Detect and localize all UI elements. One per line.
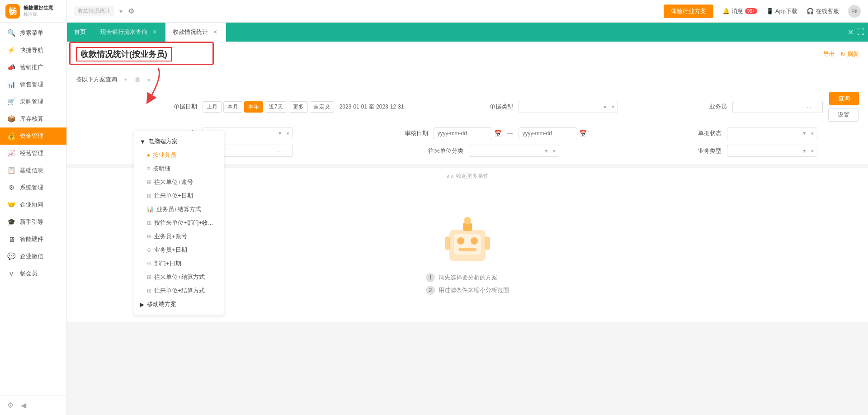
date-opt-last-7-days[interactable]: 近7天 — [265, 101, 287, 113]
sidebar-item-label: 基础信息 — [20, 166, 43, 174]
sidebar-item-guide[interactable]: 🎓 新手引导 — [0, 213, 66, 231]
sidebar-item-sales[interactable]: 📊 销售管理 — [0, 76, 66, 93]
date-opt-last-month[interactable]: 上月 — [203, 101, 222, 113]
sidebar: 畅 畅捷通好生意 标准版 🔍 搜索菜单 ⚡ 快捷导航 📣 营销推广 📊 销售管理… — [0, 0, 67, 415]
audit-date-to-input[interactable] — [519, 127, 577, 139]
sidebar-item-finance[interactable]: 💰 资金管理 — [0, 127, 66, 145]
refresh-button[interactable]: ↻ 刷新 — [840, 50, 859, 58]
partner-category-dropdown-icon: ▾ — [545, 147, 548, 154]
tab-collection-stat-close-icon[interactable]: ✕ — [212, 28, 219, 36]
scheme-settings-icon[interactable]: ⚙ — [132, 75, 142, 85]
svg-rect-1 — [454, 234, 481, 255]
date-opt-this-year[interactable]: 本年 — [244, 101, 263, 113]
date-opt-custom[interactable]: 自定义 — [310, 101, 334, 113]
notification-action[interactable]: 🔔 消息 99+ — [722, 7, 757, 15]
sidebar-item-label: 库存核算 — [20, 115, 43, 123]
trial-industry-button[interactable]: 体验行业方案 — [664, 5, 713, 18]
biz-type-select[interactable]: ▾ — [727, 145, 817, 157]
tab-close-all-icon[interactable]: ✕ — [848, 28, 854, 37]
filter-settings-button[interactable]: 设置 — [828, 108, 859, 122]
sidebar-item-wechat-biz[interactable]: 💬 企业微信 — [0, 248, 66, 265]
partner-more-icon[interactable]: ··· — [277, 147, 282, 154]
audit-date-from-input[interactable] — [434, 127, 492, 139]
scheme-item-salesperson-date[interactable]: ⊙ 业务员+日期 — [134, 243, 224, 257]
notification-label: 消息 — [731, 7, 743, 15]
audit-date-from-calendar-icon[interactable]: 📅 — [494, 130, 502, 137]
logo-icon: 畅 — [5, 4, 20, 19]
user-avatar[interactable]: Rit — [848, 5, 861, 18]
scheme-group-mobile-header[interactable]: ▶ 移动端方案 — [134, 297, 224, 311]
sidebar-item-label: 智能硬件 — [20, 235, 43, 243]
sidebar-item-inventory[interactable]: 📦 库存核算 — [0, 110, 66, 127]
audit-date-to-calendar-icon[interactable]: 📅 — [579, 130, 587, 137]
sidebar-item-label: 快捷导航 — [20, 46, 43, 54]
empty-hint-1: 1 请先选择要分析的方案 — [426, 273, 509, 282]
scheme-item-salesperson-account[interactable]: ⊞ 业务员+账号 — [134, 230, 224, 243]
sidebar-item-enterprise[interactable]: 🤝 企业协同 — [0, 196, 66, 213]
breadcrumb-dropdown-icon[interactable]: ▾ — [119, 8, 123, 15]
salesperson-date-icon: ⊙ — [147, 247, 151, 253]
tab-collection-stat-label: 收款情况统计 — [173, 28, 208, 36]
sidebar-item-label: 新手引导 — [20, 218, 43, 226]
scheme-item-salesperson-settle[interactable]: 📊 业务员+结算方式 — [134, 203, 224, 216]
bill-type-select[interactable]: ▾ — [519, 101, 618, 113]
sidebar-item-label: 搜索菜单 — [20, 29, 43, 37]
sidebar-item-marketing[interactable]: 📣 营销推广 — [0, 59, 66, 76]
filter-rows-container: 单据日期 上月 本月 本年 近7天 更多 自定义 2023-01-01 至 — [170, 92, 859, 157]
tab-bank-flow-close-icon[interactable]: ✕ — [151, 28, 158, 36]
salesperson-more-icon[interactable]: ··· — [807, 104, 811, 110]
online-service-action[interactable]: 🎧 在线客服 — [807, 7, 839, 15]
export-button[interactable]: ↑ 导出 — [819, 50, 835, 58]
sidebar-item-member[interactable]: V 畅会员 — [0, 265, 66, 282]
scheme-panel: ▼ 电脑端方案 ● 按业务员 ≡ 按明细 ⊞ 往来单位+账号 — [134, 131, 224, 315]
svg-rect-4 — [458, 248, 476, 251]
sidebar-item-base-info[interactable]: 📋 基础信息 — [0, 162, 66, 179]
sidebar-item-smart-hw[interactable]: 🖥 智能硬件 — [0, 231, 66, 248]
scheme-item-by-salesperson[interactable]: ● 按业务员 — [134, 148, 224, 162]
partner-settle2-icon: ⊞ — [147, 288, 151, 294]
date-opt-more[interactable]: 更多 — [289, 101, 308, 113]
partner-account-icon: ⊞ — [147, 179, 151, 185]
scheme-item-by-partner-dept[interactable]: ⊞ 按往来单位+部门+收... — [134, 216, 224, 230]
settings-bottom-icon[interactable]: ⚙ — [7, 401, 14, 410]
header-settings-icon[interactable]: ⚙ — [128, 7, 134, 15]
tab-home-label: 首页 — [74, 28, 86, 36]
tab-collection-stat[interactable]: 收款情况统计 ✕ — [165, 23, 226, 42]
date-opt-this-month[interactable]: 本月 — [223, 101, 242, 113]
sidebar-bottom: ⚙ ◀ — [0, 395, 66, 415]
tab-home[interactable]: 首页 — [67, 23, 93, 42]
sidebar-item-purchase[interactable]: 🛒 采购管理 — [0, 93, 66, 110]
query-button[interactable]: 查询 — [829, 92, 859, 105]
scheme-item-partner-settle2[interactable]: ⊞ 往来单位+结算方式 — [134, 284, 224, 297]
scheme-item-dept-date[interactable]: ⊙ 部门+日期 — [134, 257, 224, 270]
salesperson-settle-icon: 📊 — [147, 206, 154, 212]
app-download-action[interactable]: 📱 App下载 — [766, 7, 797, 15]
sidebar-item-operations[interactable]: 📈 经营管理 — [0, 145, 66, 162]
filter-scheme-label: 按以下方案查询 — [76, 75, 117, 84]
export-label: 导出 — [823, 50, 835, 58]
scheme-item-by-detail[interactable]: ≡ 按明细 — [134, 162, 224, 175]
bill-status-dropdown-icon: ▾ — [803, 130, 806, 137]
scheme-group-desktop-header[interactable]: ▼ 电脑端方案 — [134, 135, 224, 148]
salesperson-select[interactable]: ··· — [732, 101, 823, 113]
partner-category-select[interactable]: ▾ — [469, 145, 559, 157]
add-scheme-icon[interactable]: + — [121, 75, 131, 85]
bill-status-select[interactable]: ▾ — [727, 127, 817, 139]
sidebar-item-search-menu[interactable]: 🔍 搜索菜单 — [0, 24, 66, 42]
scheme-item-label: 业务员+账号 — [154, 232, 187, 241]
scheme-group-chevron-icon: ▼ — [140, 138, 146, 145]
headset-icon: 🎧 — [807, 8, 814, 14]
tab-maximize-icon[interactable]: ⛶ — [857, 28, 864, 36]
sidebar-item-quick-nav[interactable]: ⚡ 快捷导航 — [0, 42, 66, 59]
svg-point-2 — [457, 237, 464, 245]
sidebar-item-system[interactable]: ⚙ 系统管理 — [0, 179, 66, 196]
scheme-item-label: 部门+日期 — [154, 259, 181, 268]
collapse-scheme-icon[interactable]: « — [144, 75, 154, 85]
scheme-item-partner-settle[interactable]: ⊞ 往来单位+结算方式 — [134, 270, 224, 284]
collapse-sidebar-icon[interactable]: ◀ — [21, 401, 26, 410]
bill-type-label: 单据类型 — [486, 103, 513, 111]
scheme-item-partner-account[interactable]: ⊞ 往来单位+账号 — [134, 175, 224, 189]
filter-action-col: 查询 设置 — [828, 92, 859, 122]
scheme-item-partner-date[interactable]: ⊞ 往来单位+日期 — [134, 189, 224, 203]
tab-bank-flow[interactable]: 现金银行流水查询 ✕ — [93, 23, 165, 42]
